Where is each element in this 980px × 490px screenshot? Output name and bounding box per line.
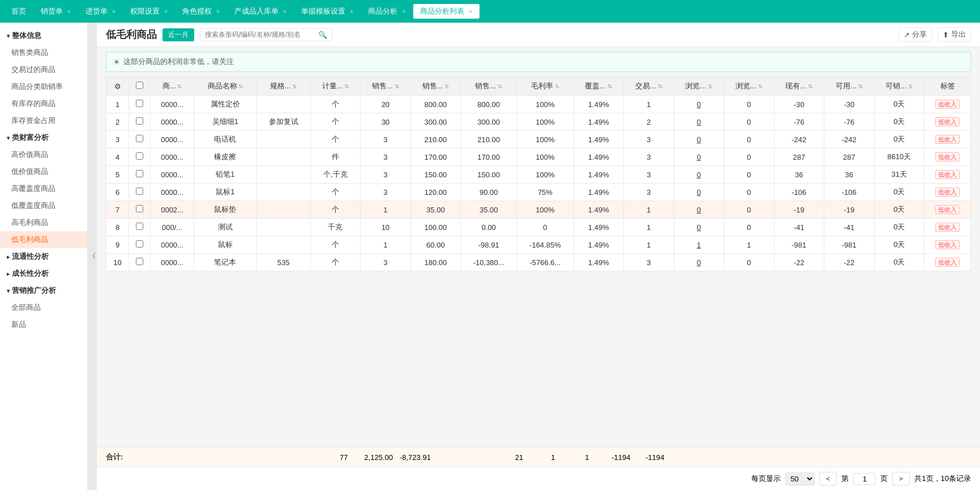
nav-permission-settings[interactable]: 权限设置 × bbox=[123, 4, 174, 19]
sidebar-item-low-coverage[interactable]: 低覆盖度商品 bbox=[0, 197, 87, 214]
sidebar-item-stocked-products[interactable]: 有库存的商品 bbox=[0, 95, 87, 112]
col-code[interactable]: 商... bbox=[151, 77, 194, 96]
search-input[interactable] bbox=[205, 31, 318, 39]
select-all-checkbox[interactable] bbox=[136, 82, 143, 89]
row-browse1[interactable]: 0 bbox=[674, 184, 724, 201]
next-page-button[interactable]: ＞ bbox=[892, 472, 910, 485]
col-unit[interactable]: 计量... bbox=[310, 77, 361, 96]
table-row[interactable]: 5 0000... 铅笔1 个,千克 3 150.00 150.00 100% … bbox=[106, 166, 971, 184]
row-checkbox[interactable] bbox=[136, 170, 143, 177]
row-checkbox[interactable] bbox=[136, 100, 143, 107]
col-coverage[interactable]: 覆盖... bbox=[574, 77, 624, 96]
sidebar-item-high-value[interactable]: 高价值商品 bbox=[0, 146, 87, 163]
table-row[interactable]: 10 0000... 笔记本 535 个 3 180.00 -10,380...… bbox=[106, 254, 971, 271]
table-container[interactable]: ⚙ 商... 商品名称 规格... 计量... 销售... 销售... 销售..… bbox=[97, 76, 980, 447]
row-checkbox-cell[interactable] bbox=[129, 184, 151, 201]
row-browse1[interactable]: 0 bbox=[674, 254, 724, 271]
export-button[interactable]: ⬆ 导出 bbox=[938, 27, 971, 42]
row-checkbox[interactable] bbox=[136, 188, 143, 195]
nav-close-icon4[interactable]: × bbox=[216, 8, 220, 15]
nav-close-icon5[interactable]: × bbox=[283, 8, 286, 15]
per-page-select[interactable]: 50 100 200 bbox=[785, 472, 815, 485]
row-browse1[interactable]: 0 bbox=[674, 219, 724, 236]
row-checkbox-cell[interactable] bbox=[129, 219, 151, 236]
sidebar-group-circulation[interactable]: ▸ 流通性分析 bbox=[0, 248, 87, 265]
nav-sales-order[interactable]: 销货单 × bbox=[34, 4, 78, 19]
table-row[interactable]: 2 0000... 吴细细1 参加复试 个 30 300.00 300.00 1… bbox=[106, 113, 971, 131]
filter-button[interactable]: 近一月 bbox=[162, 28, 194, 41]
search-icon[interactable]: 🔍 bbox=[318, 31, 327, 39]
row-browse1[interactable]: 0 bbox=[674, 201, 724, 219]
row-browse1[interactable]: 0 bbox=[674, 148, 724, 166]
nav-role-auth[interactable]: 角色授权 × bbox=[176, 4, 226, 19]
nav-product-analysis-list[interactable]: 商品分析列表 × bbox=[413, 4, 479, 19]
nav-close-icon2[interactable]: × bbox=[112, 8, 115, 15]
col-saleable-days[interactable]: 可销... bbox=[874, 77, 925, 96]
col-available-stock[interactable]: 可用... bbox=[824, 77, 875, 96]
row-checkbox[interactable] bbox=[136, 240, 143, 248]
prev-page-button[interactable]: ＜ bbox=[819, 472, 837, 485]
col-browse1[interactable]: 浏览... bbox=[674, 77, 724, 96]
nav-product-entry[interactable]: 产成品入库单 × bbox=[228, 4, 293, 19]
nav-close-icon8[interactable]: × bbox=[469, 8, 472, 15]
sidebar-group-growth[interactable]: ▸ 成长性分析 bbox=[0, 265, 87, 282]
row-checkbox[interactable] bbox=[136, 152, 143, 160]
col-sales-qty[interactable]: 销售... bbox=[361, 77, 411, 96]
sidebar-item-traded-products[interactable]: 交易过的商品 bbox=[0, 61, 87, 78]
sidebar-item-low-margin[interactable]: 低毛利商品 bbox=[0, 231, 87, 248]
sidebar-item-stock-capital[interactable]: 库存资金占用 bbox=[0, 112, 87, 129]
row-checkbox[interactable] bbox=[136, 117, 143, 125]
sidebar-item-high-margin[interactable]: 高毛利商品 bbox=[0, 214, 87, 231]
nav-purchase-order[interactable]: 进货单 × bbox=[79, 4, 122, 19]
sidebar-item-high-coverage[interactable]: 高覆盖度商品 bbox=[0, 180, 87, 197]
sidebar-item-all-products[interactable]: 全部商品 bbox=[0, 299, 87, 316]
nav-template-settings[interactable]: 单据模板设置 × bbox=[294, 4, 360, 19]
nav-home[interactable]: 首页 bbox=[5, 4, 33, 19]
row-browse1[interactable]: 0 bbox=[674, 166, 724, 184]
row-browse1[interactable]: 0 bbox=[674, 131, 724, 148]
col-settings[interactable]: ⚙ bbox=[106, 77, 129, 96]
nav-close-icon[interactable]: × bbox=[67, 8, 71, 15]
nav-close-icon6[interactable]: × bbox=[350, 8, 353, 15]
row-checkbox-cell[interactable] bbox=[129, 166, 151, 184]
col-checkbox[interactable] bbox=[129, 77, 151, 96]
row-checkbox-cell[interactable] bbox=[129, 254, 151, 271]
table-row[interactable]: 1 0000... 属性定价 个 20 800.00 800.00 100% 1… bbox=[106, 96, 971, 113]
sidebar-group-overall[interactable]: ▾ 整体信息 bbox=[0, 27, 87, 44]
table-row[interactable]: 7 0002... 鼠标垫 个 1 35.00 35.00 100% 1.49%… bbox=[106, 201, 971, 219]
row-checkbox[interactable] bbox=[136, 205, 143, 212]
col-spec[interactable]: 规格... bbox=[256, 77, 310, 96]
table-row[interactable]: 8 000/... 测试 千克 10 100.00 0.00 0 1.49% 1… bbox=[106, 219, 971, 236]
row-checkbox[interactable] bbox=[136, 135, 143, 142]
col-gross-margin[interactable]: 毛利率 bbox=[517, 77, 574, 96]
table-row[interactable]: 6 0000... 鼠标1 个 3 120.00 90.00 75% 1.49%… bbox=[106, 184, 971, 201]
nav-close-icon7[interactable]: × bbox=[402, 8, 405, 15]
row-checkbox-cell[interactable] bbox=[129, 148, 151, 166]
row-checkbox-cell[interactable] bbox=[129, 131, 151, 148]
sidebar-group-wealth[interactable]: ▾ 类财富分析 bbox=[0, 129, 87, 146]
sidebar-item-low-value[interactable]: 低价值商品 bbox=[0, 163, 87, 180]
col-current-stock[interactable]: 现有... bbox=[774, 77, 824, 96]
row-browse1[interactable]: 0 bbox=[674, 96, 724, 113]
table-row[interactable]: 9 0000... 鼠标 个 1 60.00 -98.91 -164.85% 1… bbox=[106, 236, 971, 254]
table-row[interactable]: 3 0000... 电话机 个 3 210.00 210.00 100% 1.4… bbox=[106, 131, 971, 148]
row-checkbox[interactable] bbox=[136, 258, 143, 265]
col-trade-count[interactable]: 交易... bbox=[624, 77, 674, 96]
row-browse1[interactable]: 0 bbox=[674, 113, 724, 131]
col-name[interactable]: 商品名称 bbox=[194, 77, 257, 96]
row-checkbox-cell[interactable] bbox=[129, 201, 151, 219]
nav-close-icon3[interactable]: × bbox=[164, 8, 168, 15]
row-checkbox-cell[interactable] bbox=[129, 96, 151, 113]
sidebar-collapse-button[interactable]: 《 bbox=[88, 23, 97, 490]
table-row[interactable]: 4 0000... 橡皮擦 件 3 170.00 170.00 100% 1.4… bbox=[106, 148, 971, 166]
sidebar-item-new-products[interactable]: 新品 bbox=[0, 316, 87, 333]
sidebar-group-marketing[interactable]: ▾ 营销推广分析 bbox=[0, 282, 87, 299]
col-sales-amt[interactable]: 销售... bbox=[410, 77, 461, 96]
share-button[interactable]: ↗ 分享 bbox=[898, 27, 932, 42]
row-browse1[interactable]: 1 bbox=[674, 236, 724, 254]
col-browse2[interactable]: 浏览... bbox=[724, 77, 774, 96]
row-checkbox-cell[interactable] bbox=[129, 236, 151, 254]
page-number-input[interactable] bbox=[853, 473, 876, 485]
row-checkbox[interactable] bbox=[136, 223, 143, 230]
nav-product-analysis[interactable]: 商品分析 × bbox=[361, 4, 412, 19]
